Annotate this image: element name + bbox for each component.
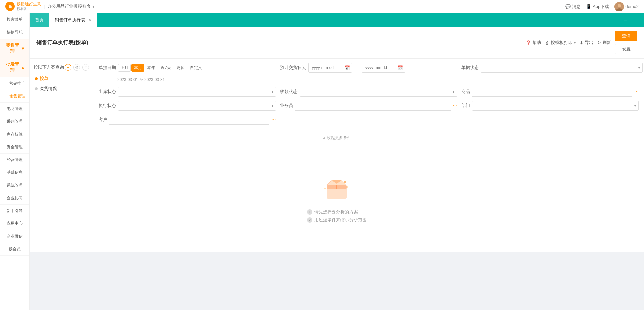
sidebar-item-basic-info[interactable]: 基础信息 <box>0 166 29 179</box>
out-status-select-wrapper <box>118 87 276 97</box>
filter-content-layout: 按以下方案查询 + ⚙ « 按单 欠货情况 <box>30 59 644 132</box>
sidebar-item-member[interactable]: 畅会员 <box>0 243 29 256</box>
department-select[interactable] <box>472 101 639 111</box>
export-btn[interactable]: ⬇ 导出 <box>580 40 593 46</box>
enterprise-wechat-label: 企业微信 <box>7 234 23 239</box>
sidebar-item-ecommerce[interactable]: 电商管理 <box>0 103 29 115</box>
date-btn-current-year[interactable]: 本年 <box>145 64 158 72</box>
filter-grid: 单据日期 上月 本月 本年 近7天 更多 自定义 <box>93 59 644 132</box>
app-icon: 📱 <box>586 4 591 9</box>
tip-text-2: 用过滤条件来缩小分析范围 <box>314 217 367 223</box>
sidebar-item-finance[interactable]: 资金管理 <box>0 141 29 154</box>
sidebar-search-menu[interactable]: 搜索菜单 <box>0 13 29 26</box>
print-dropdown-icon: ▾ <box>574 41 576 45</box>
salesperson-label: 业务员 <box>280 103 293 109</box>
query-btn[interactable]: 查询 <box>615 31 637 41</box>
refresh-btn[interactable]: ↻ 刷新 <box>597 40 611 46</box>
solution-panel-title: 按以下方案查询 <box>34 64 64 70</box>
sidebar-item-newbie-guide[interactable]: 新手引导 <box>0 205 29 217</box>
collapse-icon: ∧ <box>323 136 326 140</box>
quick-nav-label: 快捷导航 <box>7 30 23 35</box>
filter-cell-customer: 客户 ··· <box>99 115 276 125</box>
sidebar-item-app-center[interactable]: 应用中心 <box>0 217 29 230</box>
solution-collapse-btn[interactable]: « <box>82 64 89 71</box>
settings-btn[interactable]: 设置 <box>615 44 637 54</box>
filter-cell-out-status: 出库状态 <box>99 87 276 97</box>
solution-add-btn[interactable]: + <box>65 64 71 71</box>
receipt-status-select[interactable] <box>300 87 458 97</box>
breadcrumb-dropdown-icon[interactable]: ▾ <box>92 4 95 9</box>
receipt-status-label: 收款状态 <box>280 89 298 95</box>
app-label: App下载 <box>593 4 609 10</box>
filter-cell-goods: 商品 ··· <box>461 87 639 97</box>
exec-status-label: 执行状态 <box>99 103 116 109</box>
expected-date-inputs: 📅 — 📅 <box>308 63 458 73</box>
sidebar-quick-nav[interactable]: 快捷导航 <box>0 26 29 39</box>
salesperson-input[interactable] <box>295 101 451 111</box>
department-select-wrapper <box>472 101 639 111</box>
date-label: 单据日期 <box>99 65 116 71</box>
customer-label: 客户 <box>99 117 107 123</box>
inventory-label: 库存核算 <box>7 132 23 137</box>
page-header: 销售订单执行表(按单) ❓ 帮助 🖨 按模板打印 ▾ ⬇ 导出 <box>30 27 644 59</box>
sales-mgmt-label: 销售管理 <box>9 94 25 98</box>
basic-info-label: 基础信息 <box>7 170 23 175</box>
user-avatar-btn[interactable]: demo2 <box>614 2 639 11</box>
filter-cell-exec-status: 执行状态 <box>99 101 276 111</box>
svg-text:畅: 畅 <box>9 5 12 8</box>
date-btn-7days[interactable]: 近7天 <box>158 64 173 72</box>
print-btn[interactable]: 🖨 按模板打印 ▾ <box>545 40 576 46</box>
tab-minimize-btn[interactable]: ─ <box>621 16 629 24</box>
out-status-select[interactable] <box>118 87 276 97</box>
customer-input[interactable] <box>109 115 269 125</box>
filter-row-4: 客户 ··· <box>99 115 639 125</box>
collapse-more-btn[interactable]: ∧ 收起更多条件 <box>30 132 644 143</box>
tab-sales-order-exec[interactable]: 销售订单执行表 × <box>49 13 97 27</box>
sidebar-item-operations[interactable]: 经营管理 <box>0 154 29 166</box>
tab-home[interactable]: 首页 <box>30 13 49 27</box>
app-download-btn[interactable]: 📱 App下载 <box>586 4 609 10</box>
message-btn[interactable]: 💬 消息 <box>565 4 581 10</box>
solution-item-shortage[interactable]: 欠货情况 <box>30 84 93 94</box>
solution-item-order-label: 按单 <box>40 75 48 82</box>
logo-subtitle: 标准版 <box>17 7 41 11</box>
operations-label: 经营管理 <box>7 157 23 162</box>
salesperson-more-btn[interactable]: ··· <box>453 103 457 109</box>
help-btn[interactable]: ❓ 帮助 <box>526 40 541 46</box>
date-btn-prev-month[interactable]: 上月 <box>118 64 131 72</box>
help-icon: ❓ <box>526 40 531 45</box>
retail-mgmt-label: 零售管理 <box>4 42 21 54</box>
goods-input[interactable] <box>472 87 632 97</box>
export-label: 导出 <box>585 40 593 46</box>
customer-more-btn[interactable]: ··· <box>271 117 276 123</box>
filter-row-1: 单据日期 上月 本月 本年 近7天 更多 自定义 <box>99 63 639 73</box>
date-btn-current-month[interactable]: 本月 <box>131 64 144 72</box>
svg-point-3 <box>618 4 621 7</box>
page-content: 销售订单执行表(按单) ❓ 帮助 🖨 按模板打印 ▾ ⬇ 导出 <box>30 27 644 310</box>
sidebar-item-inventory[interactable]: 库存核算 <box>0 128 29 141</box>
sidebar-item-marketing[interactable]: 营销推广 <box>0 77 29 90</box>
goods-more-btn[interactable]: ··· <box>634 89 639 95</box>
tab-maximize-btn[interactable]: ⛶ <box>632 16 640 24</box>
sidebar-item-retail-mgmt[interactable]: 零售管理 ▼ <box>0 39 29 58</box>
tab-actions: ─ ⛶ <box>617 16 644 24</box>
empty-tips: 1 请先选择要分析的方案 2 用过滤条件来缩小分析范围 <box>307 209 367 225</box>
solution-settings-btn[interactable]: ⚙ <box>73 64 80 71</box>
sidebar-item-enterprise-collab[interactable]: 企业协同 <box>0 192 29 205</box>
sidebar-item-wholesale-mgmt[interactable]: 批发管理 ▲ <box>0 58 29 77</box>
solution-item-order[interactable]: 按单 <box>30 73 93 84</box>
exec-status-select[interactable] <box>118 101 276 111</box>
breadcrumb-text: 办公用品行业模拟账套 <box>47 3 91 9</box>
sidebar-item-purchase[interactable]: 采购管理 <box>0 115 29 128</box>
tab-close-btn[interactable]: × <box>89 18 91 22</box>
sidebar-item-enterprise-wechat[interactable]: 企业微信 <box>0 230 29 243</box>
logo-text: 畅捷通好生意 <box>17 2 41 6</box>
doc-status-select[interactable] <box>481 63 643 73</box>
enterprise-collab-label: 企业协同 <box>7 196 23 200</box>
goods-label: 商品 <box>461 89 470 95</box>
tab-home-label: 首页 <box>35 17 44 23</box>
sidebar-item-sys-mgmt[interactable]: 系统管理 <box>0 179 29 192</box>
date-btn-more[interactable]: 更多 <box>174 64 187 72</box>
date-btn-custom[interactable]: 自定义 <box>187 64 204 72</box>
sidebar-item-sales-mgmt[interactable]: 销售管理 <box>0 90 29 103</box>
